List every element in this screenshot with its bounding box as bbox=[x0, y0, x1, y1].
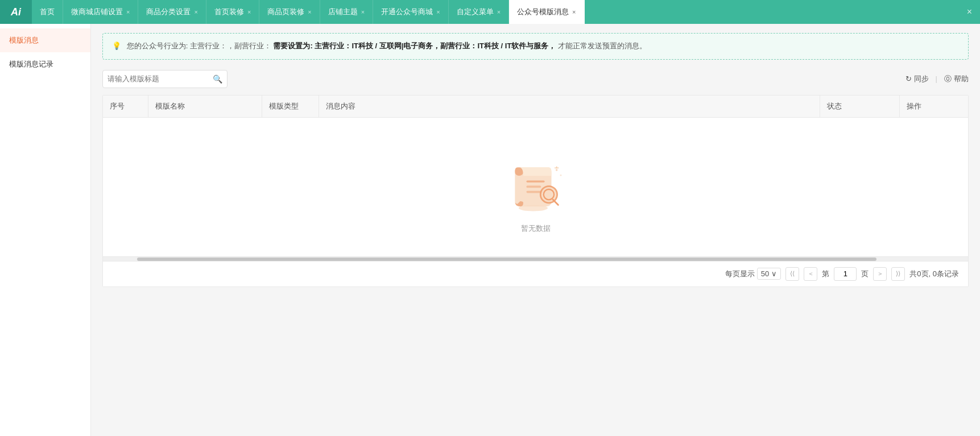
page-size-select: 每页显示 50 ∨ bbox=[725, 268, 781, 280]
empty-text: 暂无数据 bbox=[521, 223, 551, 234]
horizontal-scrollbar[interactable] bbox=[103, 256, 968, 261]
toolbar-right: ↻ 同步 | ⓪ 帮助 bbox=[905, 74, 969, 84]
nav-tab-home[interactable]: 首页 bbox=[32, 0, 63, 24]
svg-point-8 bbox=[560, 175, 561, 176]
page-unit: 页 bbox=[861, 269, 869, 279]
chevron-down-icon: ∨ bbox=[771, 269, 777, 278]
close-icon[interactable]: × bbox=[572, 9, 576, 15]
sidebar-item-template-record[interactable]: 模版消息记录 bbox=[0, 52, 90, 76]
page-size-dropdown[interactable]: 50 ∨ bbox=[757, 268, 781, 280]
close-icon[interactable]: × bbox=[497, 9, 501, 15]
sidebar-item-template-msg[interactable]: 模版消息 bbox=[0, 28, 90, 52]
nav-tab-product-decor[interactable]: 商品页装修 × bbox=[259, 0, 320, 24]
table-container: 序号 模版名称 模版类型 消息内容 状态 操作 bbox=[102, 95, 969, 287]
sync-icon: ↻ bbox=[905, 74, 912, 83]
main-layout: 模版消息 模版消息记录 💡 您的公众号行业为: 主营行业：，副营行业： 需要设置… bbox=[0, 24, 980, 436]
page-total: 共0页, 0条记录 bbox=[909, 269, 959, 279]
nav-tab-template-msg[interactable]: 公众号模版消息 × bbox=[509, 0, 584, 24]
page-number-input[interactable] bbox=[834, 267, 857, 281]
sidebar: 模版消息 模版消息记录 bbox=[0, 24, 91, 436]
col-header-action: 操作 bbox=[900, 95, 968, 117]
close-all-button[interactable]: × bbox=[959, 7, 980, 17]
close-icon[interactable]: × bbox=[308, 9, 311, 15]
svg-rect-2 bbox=[526, 185, 541, 188]
col-header-type: 模版类型 bbox=[262, 95, 319, 117]
search-icon[interactable]: 🔍 bbox=[213, 74, 222, 84]
nav-tab-open-mall[interactable]: 开通公众号商城 × bbox=[373, 0, 448, 24]
col-header-no: 序号 bbox=[103, 95, 148, 117]
top-nav: Ai 首页 微商城店铺设置 × 商品分类设置 × 首页装修 × 商品页装修 × … bbox=[0, 0, 980, 24]
first-page-button[interactable]: ⟨⟨ bbox=[785, 267, 799, 281]
close-icon[interactable]: × bbox=[247, 9, 251, 15]
help-button[interactable]: ⓪ 帮助 bbox=[944, 74, 969, 84]
col-header-content: 消息内容 bbox=[319, 95, 820, 117]
close-icon[interactable]: × bbox=[126, 9, 130, 15]
divider: | bbox=[936, 74, 937, 83]
col-header-status: 状态 bbox=[820, 95, 900, 117]
empty-icon bbox=[505, 152, 567, 214]
notice-box: 💡 您的公众号行业为: 主营行业：，副营行业： 需要设置为: 主营行业：IT科技… bbox=[102, 33, 969, 60]
page-label: 第 bbox=[822, 269, 829, 279]
close-icon[interactable]: × bbox=[194, 9, 197, 15]
table-header: 序号 模版名称 模版类型 消息内容 状态 操作 bbox=[103, 95, 968, 118]
last-page-button[interactable]: ⟩⟩ bbox=[891, 267, 905, 281]
close-icon[interactable]: × bbox=[361, 9, 365, 15]
toolbar: 🔍 ↻ 同步 | ⓪ 帮助 bbox=[102, 70, 969, 88]
prev-page-button[interactable]: ＜ bbox=[804, 267, 817, 281]
help-icon: ⓪ bbox=[944, 74, 952, 84]
nav-tab-store-theme[interactable]: 店铺主题 × bbox=[320, 0, 373, 24]
nav-tab-home-decor[interactable]: 首页装修 × bbox=[206, 0, 259, 24]
scrollbar-thumb[interactable] bbox=[137, 258, 876, 261]
content-area: 💡 您的公众号行业为: 主营行业：，副营行业： 需要设置为: 主营行业：IT科技… bbox=[91, 24, 980, 436]
svg-point-7 bbox=[555, 169, 557, 171]
app-logo: Ai bbox=[0, 0, 32, 24]
close-icon[interactable]: × bbox=[436, 9, 440, 15]
col-header-name: 模版名称 bbox=[148, 95, 262, 117]
nav-tab-custom-menu[interactable]: 自定义菜单 × bbox=[449, 0, 509, 24]
next-page-button[interactable]: ＞ bbox=[873, 267, 887, 281]
bulb-icon: 💡 bbox=[112, 41, 121, 50]
nav-tab-product-category[interactable]: 商品分类设置 × bbox=[138, 0, 206, 24]
page-size-label: 每页显示 bbox=[725, 269, 755, 279]
nav-tab-shop-settings[interactable]: 微商城店铺设置 × bbox=[63, 0, 138, 24]
sync-button[interactable]: ↻ 同步 bbox=[905, 74, 929, 84]
search-input[interactable] bbox=[107, 74, 213, 83]
search-wrap: 🔍 bbox=[102, 70, 228, 88]
empty-state: 暂无数据 bbox=[103, 118, 968, 256]
svg-rect-1 bbox=[526, 180, 544, 182]
pagination: 每页显示 50 ∨ ⟨⟨ ＜ 第 页 ＞ ⟩⟩ 共0页, 0条记录 bbox=[103, 261, 968, 286]
